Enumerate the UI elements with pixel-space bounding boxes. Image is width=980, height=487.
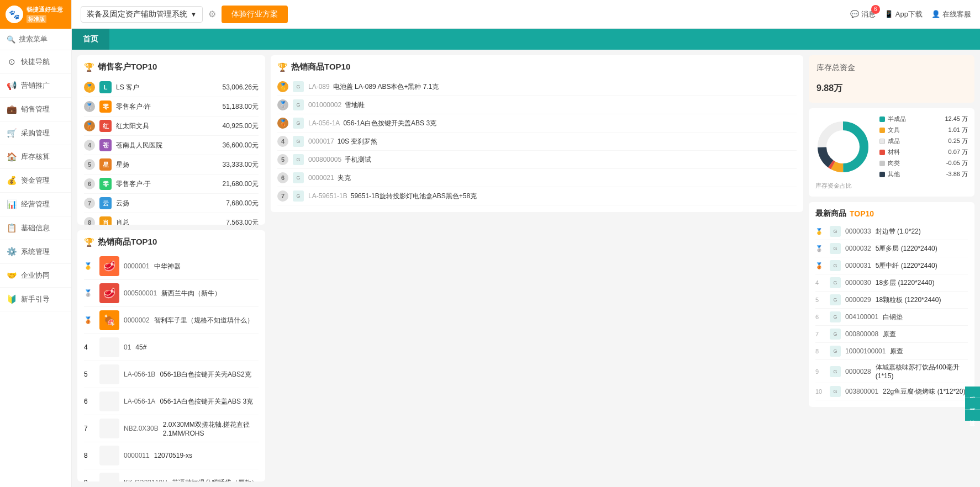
logo-name: 畅捷通好生意: [27, 6, 63, 13]
sidebar-item-basic-info[interactable]: 📋 基础信息: [0, 216, 71, 240]
sidebar-item-sales[interactable]: 💼 销售管理: [0, 98, 71, 121]
logo-text: 畅捷通好生意 标准版: [27, 6, 63, 23]
sidebar-item-label: 企业协同: [21, 271, 50, 280]
content: 🏆 销售客户TOP10 🥇 L LS 客户 53,006.26元 🥈 零 零售客…: [72, 50, 980, 487]
legend-color: [879, 128, 885, 133]
sidebar-item-label: 销售管理: [21, 104, 50, 114]
table-row: 🥉 G LA-056-1A056-1A白色按键开关盖ABS 3克: [277, 114, 797, 133]
sidebar-item-label: 基础信息: [21, 223, 50, 233]
product-icon: G: [293, 99, 304, 110]
sidebar-item-purchase[interactable]: 🛒 采购管理: [0, 121, 71, 145]
product-icon: G: [293, 81, 304, 92]
table-row: 4 01 45#: [84, 334, 259, 361]
sidebar-item-inventory[interactable]: 🏠 库存核算: [0, 145, 71, 169]
service-icon: 👤: [931, 10, 940, 18]
search-menu-label: 搜索菜单: [19, 34, 48, 44]
list-item: 4 G 0000030 18多层 (1220*2440): [815, 274, 968, 292]
sidebar-item-label: 库存核算: [21, 152, 50, 162]
chevron-down-icon: ▼: [191, 11, 197, 18]
finance-icon: 💰: [7, 176, 17, 186]
rank-number: 7: [815, 331, 825, 337]
message-icon: 💬: [850, 10, 859, 18]
hot-products-panel: 🏆 热销商品TOP10 🥇 🥩 0000001 中华神器 🥈 🥩 0005000…: [77, 230, 265, 481]
sales-icon: 💼: [7, 104, 17, 114]
trophy-icon: 🏆: [84, 237, 94, 247]
list-item: 🥈 G 0000032 5厘多层 (1220*2440): [815, 240, 968, 257]
legend-item: 材料 0.07 万: [879, 148, 968, 156]
rank-number: 10: [815, 388, 825, 395]
avatar: 红: [99, 120, 112, 132]
message-button[interactable]: 💬 消息 6: [850, 9, 876, 19]
avatar: 星: [99, 158, 112, 171]
sidebar: 🐾 畅捷通好生意 标准版 🔍 搜索菜单 ⊙ 快捷导航 📢 营销推广 💼 销售管理…: [0, 0, 72, 487]
sidebar-item-label: 系统管理: [21, 247, 50, 257]
rank-number: 6: [815, 314, 825, 320]
basic-info-icon: 📋: [7, 223, 17, 233]
sidebar-item-label: 资金管理: [21, 176, 50, 186]
rank-number: 4: [815, 279, 825, 286]
product-image: 🥩: [99, 283, 119, 303]
list-item: 10 G 003800001 22g鱼豆腐·烧烤味 (1*12*20): [815, 383, 968, 400]
table-row: 5 G 000800005手机测试: [277, 151, 797, 169]
sidebar-item-system[interactable]: ⚙️ 系统管理: [0, 240, 71, 264]
rank-number: 🥉: [277, 118, 288, 129]
sidebar-item-quick-nav[interactable]: ⊙ 快捷导航: [0, 50, 71, 74]
top-sales-panel: 🏆 销售客户TOP10 🥇 L LS 客户 53,006.26元 🥈 零 零售客…: [77, 55, 265, 225]
sidebar-item-enterprise[interactable]: 🤝 企业协同: [0, 264, 71, 288]
sidebar-item-label: 采购管理: [21, 128, 50, 138]
table-row: 🥇 G LA-089电池盖 LA-089 ABS本色+黑种 7.1克: [277, 78, 797, 96]
tab-home[interactable]: 首页: [72, 29, 109, 50]
trophy-icon: 🏆: [84, 62, 94, 72]
rank-number: 5: [84, 370, 95, 378]
inventory-total-label: 库存总资金: [816, 63, 967, 73]
inventory-total-panel: 库存总资金 9.88万: [809, 55, 974, 103]
online-service-label: 在线客服: [942, 9, 971, 19]
sidebar-logo: 🐾 畅捷通好生意 标准版: [0, 0, 71, 29]
logo-tag: 标准版: [27, 15, 46, 23]
rank-number: 7: [277, 190, 288, 202]
newest-products-panel: 最新商品 TOP10 🥇 G 0000033 封边带 (1.0*22) 🥈 G …: [809, 202, 974, 407]
customer-service-button[interactable]: 客服热线: [965, 387, 980, 398]
settings-icon[interactable]: ⚙: [208, 9, 216, 19]
top-bar: 装备及固定资产辅助管理系统 ▼ ⚙ 体验行业方案 💬 消息 6 📱 App下载 …: [72, 0, 980, 29]
app-download-label: App下载: [895, 9, 923, 19]
product-icon: G: [830, 277, 841, 288]
app-download-button[interactable]: 📱 App下载: [884, 9, 923, 19]
legend-color: [879, 172, 885, 177]
product-icon: G: [293, 190, 304, 202]
top-sold-list: 🥇 G LA-089电池盖 LA-089 ABS本色+黑种 7.1克 🥈 G 0…: [277, 78, 797, 205]
chart-subtitle: 库存资金占比: [815, 182, 968, 190]
list-item: 9 G 0000028 体城嘉核味苏打饮品400毫升 (1*15): [815, 360, 968, 383]
online-service-button[interactable]: 👤 在线客服: [931, 9, 971, 19]
product-image-placeholder: [99, 391, 119, 411]
sidebar-item-guide[interactable]: 🔰 新手引导: [0, 288, 71, 311]
donut-chart: [815, 119, 871, 174]
search-menu[interactable]: 🔍 搜索菜单: [0, 29, 71, 50]
sidebar-item-finance[interactable]: 💰 资金管理: [0, 169, 71, 193]
donut-chart-area: 半成品 12.45 万 文具 1.01 万 成品 0.25 万: [815, 115, 968, 178]
rank-number: 8: [815, 348, 825, 354]
top-sold-title: 🏆 热销商品TOP10: [277, 62, 797, 72]
inventory-total-amount: 9.88万: [816, 77, 967, 95]
product-image-placeholder: [99, 473, 119, 481]
rank-medal: 🥇: [84, 82, 95, 93]
sidebar-item-label: 经营管理: [21, 199, 50, 209]
list-item: 6 G 004100001 白钢垫: [815, 309, 968, 326]
product-icon: G: [830, 366, 841, 377]
system-selector[interactable]: 装备及固定资产辅助管理系统 ▼: [81, 6, 203, 23]
product-icon: G: [830, 346, 841, 357]
rank-number: 4: [84, 140, 95, 151]
direct-button[interactable]: 直连: [965, 410, 980, 421]
sidebar-item-operations[interactable]: 📊 经营管理: [0, 193, 71, 216]
list-item: 🥉 G 0000031 5厘中纤 (1220*2440): [815, 257, 968, 274]
table-row: 7 G LA-59651-1B59651-1B旋转投影灯电池盒ABS黑色+58克: [277, 187, 797, 205]
sidebar-item-marketing[interactable]: 📢 营销推广: [0, 74, 71, 98]
logo-icon: 🐾: [6, 6, 23, 23]
product-icon: G: [293, 118, 304, 129]
rank-medal: 🥉: [815, 262, 825, 269]
trial-button[interactable]: 体验行业方案: [222, 6, 288, 23]
service-community-button[interactable]: 服务社区: [965, 398, 980, 410]
legend-item: 半成品 12.45 万: [879, 115, 968, 123]
table-row: 🥈 🥩 000500001 新西兰牛肉（新牛）: [84, 280, 259, 307]
product-icon: G: [293, 172, 304, 183]
